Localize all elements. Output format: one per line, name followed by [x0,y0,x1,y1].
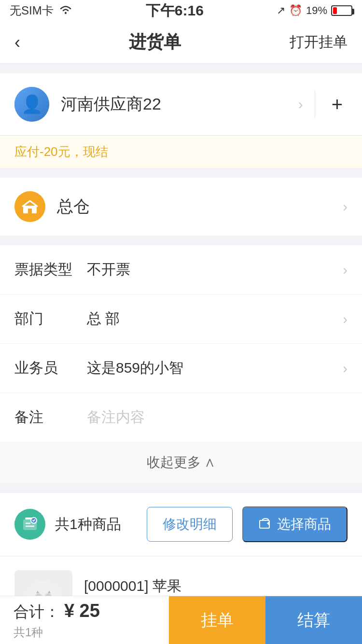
invoice-chevron-icon: › [343,262,348,278]
settle-button[interactable]: 结算 [265,596,362,644]
select-product-label: 选择商品 [277,515,331,533]
add-supplier-button[interactable]: + [327,94,348,115]
invoice-type-label: 票据类型 [14,260,87,280]
svg-point-0 [65,12,67,14]
salesman-row[interactable]: 业务员 这是859的小智 › [0,344,362,393]
product-count-icon [14,509,45,540]
edit-detail-button[interactable]: 修改明细 [147,507,233,542]
status-bar: 无SIM卡 下午6:16 ↗ ⏰ 19% [0,0,362,21]
total-sub: 共1种 [14,625,155,640]
department-row[interactable]: 部门 总 部 › [0,294,362,344]
warehouse-chevron-icon: › [343,198,348,215]
note-row[interactable]: 备注 备注内容 [0,393,362,442]
note-placeholder: 备注内容 [87,407,348,427]
supplier-section: 👤 河南供应商22 › + 应付-20元，现结 [0,73,362,168]
department-label: 部门 [14,309,87,329]
open-pending-button[interactable]: 打开挂单 [290,32,348,52]
salesman-value: 这是859的小智 [87,358,343,378]
supplier-row[interactable]: 👤 河南供应商22 › + [0,73,362,136]
warehouse-label: 总仓 [57,196,343,218]
warehouse-row[interactable]: 总仓 › [0,178,362,236]
department-value: 总 部 [87,309,343,329]
total-label: 合计： [14,603,60,620]
notice-bar: 应付-20元，现结 [0,136,362,168]
status-left: 无SIM卡 [10,3,73,18]
collapse-label: 收起更多 ∧ [147,453,216,472]
salesman-label: 业务员 [14,358,87,378]
status-time: 下午6:16 [146,1,204,21]
chevron-right-icon: › [298,96,303,112]
avatar-person-icon: 👤 [21,94,43,114]
product-header: 共1种商品 修改明细 选择商品 [0,493,362,556]
battery-percent: 19% [306,4,327,17]
svg-rect-2 [28,209,32,213]
supplier-name: 河南供应商22 [61,93,298,115]
select-product-button[interactable]: 选择商品 [242,506,348,542]
salesman-chevron-icon: › [343,360,348,377]
divider [315,90,315,119]
product-name: [0000001] 苹果 [84,576,315,596]
department-chevron-icon: › [343,311,348,327]
total-main: 合计： ¥ 25 [14,601,155,623]
warehouse-icon [14,191,45,222]
back-button[interactable]: ‹ [14,32,20,53]
battery-icon [331,5,352,16]
total-amount: ¥ 25 [64,601,100,621]
note-label: 备注 [14,407,87,427]
status-right: ↗ ⏰ 19% [277,4,352,17]
product-code: [0000001] 苹果 [84,578,181,594]
carrier-label: 无SIM卡 [10,3,54,18]
alarm-icon: ⏰ [289,4,302,17]
wifi-icon [58,4,73,17]
invoice-type-row[interactable]: 票据类型 不开票 › [0,245,362,294]
location-icon: ↗ [277,4,285,17]
page-title: 进货单 [129,30,181,54]
supplier-avatar: 👤 [14,87,49,122]
bottom-total: 合计： ¥ 25 共1种 [0,596,169,644]
product-count-text: 共1种商品 [55,515,137,534]
form-section: 票据类型 不开票 › 部门 总 部 › 业务员 这是859的小智 › 备注 备注… [0,245,362,442]
hang-button[interactable]: 挂单 [169,596,265,644]
cart-icon [259,518,272,531]
bottom-bar: 合计： ¥ 25 共1种 挂单 结算 [0,596,362,644]
invoice-type-value: 不开票 [87,260,343,280]
collapse-bar[interactable]: 收起更多 ∧ [0,442,362,483]
nav-bar: ‹ 进货单 打开挂单 [0,21,362,64]
